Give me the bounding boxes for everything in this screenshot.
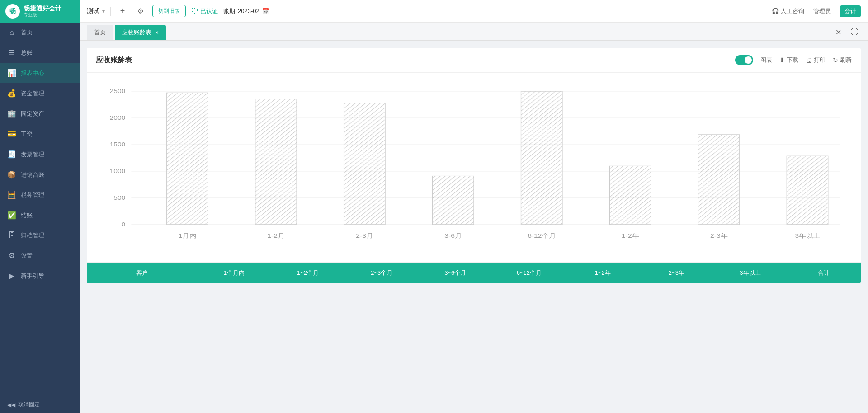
chevron-down-icon: ▾: [102, 8, 105, 14]
tab-actions: ✕ ⛶: [832, 26, 861, 40]
sidebar-label-closing: 结账: [21, 211, 33, 220]
sidebar-label-inventory: 进销台账: [21, 171, 44, 179]
inventory-icon: 📦: [7, 170, 16, 179]
switch-version-button[interactable]: 切到旧版: [152, 5, 186, 17]
download-label: 下载: [787, 56, 798, 64]
tab-close-window-button[interactable]: ✕: [832, 26, 844, 38]
sidebar-item-home[interactable]: ⌂ 首页: [0, 23, 80, 42]
sidebar-item-closing[interactable]: ✅ 结账: [0, 205, 80, 225]
svg-text:1-2月: 1-2月: [267, 233, 284, 239]
close-window-icon: ✕: [835, 28, 841, 37]
app-name: 畅捷通好会计: [24, 5, 61, 12]
role-button[interactable]: 会计: [840, 5, 861, 17]
th-3plus-year: 3年以上: [713, 269, 787, 277]
sidebar-item-inventory[interactable]: 📦 进销台账: [0, 164, 80, 185]
refresh-label: 刷新: [840, 56, 852, 64]
page-header: 应收账龄表 图表 ⬇ 下载 🖨 打印 ↻: [87, 48, 861, 73]
workspace-selector[interactable]: 测试 ▾: [87, 7, 105, 15]
svg-text:0: 0: [122, 221, 126, 228]
svg-rect-17: [344, 103, 385, 224]
add-workspace-button[interactable]: +: [116, 5, 129, 18]
tab-close-button[interactable]: ×: [155, 29, 159, 36]
sidebar-item-ledger[interactable]: ☰ 总账: [0, 42, 80, 63]
main-area: 测试 ▾ + ⚙ 切到旧版 🛡 已认证 账期 2023-02 📅 🎧 人工咨询 …: [80, 0, 868, 413]
tab-expand-button[interactable]: ⛶: [848, 26, 861, 38]
admin-label: 管理员: [813, 8, 831, 14]
sidebar-label-ledger: 总账: [21, 49, 33, 57]
sidebar-item-settings[interactable]: ⚙ 设置: [0, 245, 80, 266]
svg-rect-27: [787, 156, 828, 225]
sidebar-item-reports[interactable]: 📊 报表中心: [0, 63, 80, 83]
th-1-2month: 1~2个月: [271, 269, 345, 277]
svg-text:2-3月: 2-3月: [356, 233, 373, 239]
sidebar-label-settings: 设置: [21, 252, 33, 260]
verified-badge: 🛡 已认证: [191, 7, 218, 15]
sidebar-label-funds: 资金管理: [21, 89, 44, 98]
workspace-settings-button[interactable]: ⚙: [134, 5, 147, 18]
page-actions: 图表 ⬇ 下载 🖨 打印 ↻ 刷新: [735, 55, 852, 65]
sidebar-item-assets[interactable]: 🏢 固定资产: [0, 103, 80, 124]
sidebar-footer-pin[interactable]: ◀◀ 取消固定: [0, 396, 80, 413]
chart-toggle[interactable]: [735, 55, 753, 65]
topbar: 测试 ▾ + ⚙ 切到旧版 🛡 已认证 账期 2023-02 📅 🎧 人工咨询 …: [80, 0, 868, 23]
sidebar-label-home: 首页: [21, 28, 33, 37]
funds-icon: 💰: [7, 89, 16, 98]
download-button[interactable]: ⬇ 下载: [779, 56, 798, 64]
svg-text:6-12个月: 6-12个月: [528, 233, 556, 239]
logo-text-group: 畅捷通好会计 专业版: [24, 5, 61, 19]
page-title: 应收账龄表: [96, 56, 735, 65]
home-icon: ⌂: [7, 28, 16, 37]
svg-text:2-3年: 2-3年: [710, 233, 727, 239]
assets-icon: 🏢: [7, 109, 16, 118]
table-header: 客户 1个月内 1~2个月 2~3个月 3~6个月 6~12个月 1~2年 2~…: [87, 263, 861, 283]
period-label: 账期: [223, 7, 235, 15]
pin-label: 取消固定: [18, 401, 40, 408]
sidebar-item-guide[interactable]: ▶ 新手引导: [0, 266, 80, 286]
chart-area: 0 500 1000 1500 2000 2500 1月内: [87, 73, 861, 263]
sidebar-label-payroll: 工资: [21, 130, 33, 138]
sidebar-label-assets: 固定资产: [21, 110, 44, 118]
th-total: 合计: [787, 269, 861, 277]
svg-rect-21: [521, 91, 562, 225]
workspace-name: 测试: [87, 7, 99, 15]
sidebar-item-archive[interactable]: 🗄 归档管理: [0, 225, 80, 245]
settings-icon: ⚙: [7, 251, 16, 260]
verified-label: 已认证: [200, 7, 218, 15]
chart-label: 图表: [760, 56, 772, 64]
sidebar-item-tax[interactable]: 🧮 税务管理: [0, 185, 80, 205]
tab-ar-aging[interactable]: 应收账龄表 ×: [115, 25, 166, 40]
th-1month: 1个月内: [198, 269, 271, 277]
period-display[interactable]: 账期 2023-02 📅: [223, 7, 269, 15]
role-label: 会计: [844, 8, 856, 14]
ledger-icon: ☰: [7, 48, 16, 57]
print-button[interactable]: 🖨 打印: [806, 56, 826, 64]
guide-icon: ▶: [7, 272, 16, 280]
admin-button[interactable]: 管理员: [810, 5, 835, 17]
svg-text:1-2年: 1-2年: [622, 233, 639, 239]
th-2-3year: 2~3年: [640, 269, 713, 277]
svg-text:1月内: 1月内: [179, 233, 197, 239]
pin-icon: ◀◀: [7, 402, 15, 408]
ar-aging-tab-label: 应收账龄表: [122, 28, 151, 37]
bar-chart: 0 500 1000 1500 2000 2500 1月内: [96, 82, 852, 253]
calendar-icon: 📅: [262, 8, 269, 14]
sidebar-item-funds[interactable]: 💰 资金管理: [0, 83, 80, 103]
logo-char: 畅: [9, 7, 16, 15]
sidebar-label-invoice: 发票管理: [21, 150, 44, 159]
sidebar-item-invoice[interactable]: 🧾 发票管理: [0, 144, 80, 164]
th-customer: 客户: [87, 269, 198, 277]
svg-text:2000: 2000: [109, 115, 125, 121]
svg-rect-15: [255, 99, 297, 225]
sidebar-label-guide: 新手引导: [21, 272, 44, 280]
app-edition: 专业版: [24, 12, 61, 18]
archive-icon: 🗄: [7, 231, 16, 239]
sidebar-item-payroll[interactable]: 💳 工资: [0, 124, 80, 144]
th-6-12month: 6~12个月: [492, 269, 566, 277]
svg-text:2500: 2500: [109, 88, 125, 94]
tab-home[interactable]: 首页: [87, 25, 113, 40]
refresh-button[interactable]: ↻ 刷新: [833, 56, 852, 64]
logo-icon: 畅: [5, 4, 20, 19]
tabs-bar: 首页 应收账龄表 × ✕ ⛶: [80, 23, 868, 41]
help-button[interactable]: 🎧 人工咨询: [772, 7, 804, 15]
payroll-icon: 💳: [7, 130, 16, 138]
